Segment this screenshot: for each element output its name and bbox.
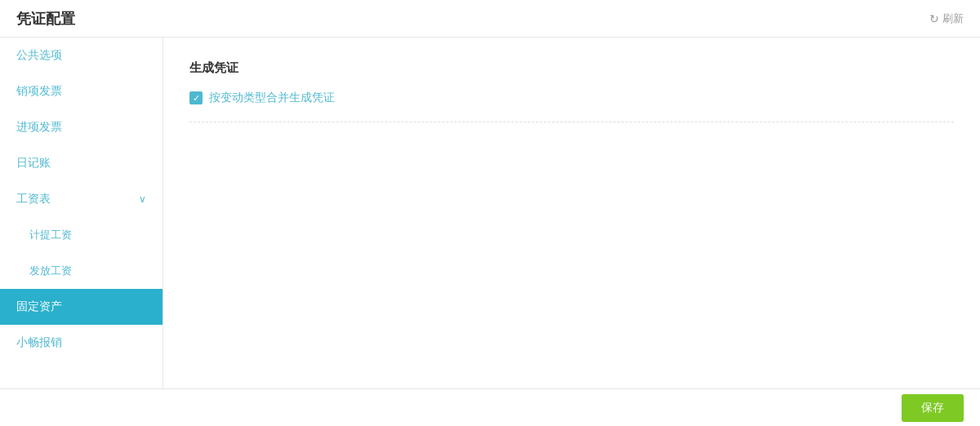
sidebar-item-label: 进项发票 [16,120,62,135]
sidebar-item-payroll-table[interactable]: 工资表∨ [0,181,163,217]
sidebar-item-label: 工资表 [16,192,51,206]
sidebar-item-calc-payroll[interactable]: 计提工资 [0,217,163,253]
sidebar-item-purchase-invoice[interactable]: 进项发票 [0,109,163,145]
sidebar-item-journal[interactable]: 日记账 [0,145,163,181]
sidebar-item-sales-invoice[interactable]: 销项发票 [0,73,163,109]
checkbox-label: 按变动类型合并生成凭证 [209,91,335,105]
main-layout: 公共选项销项发票进项发票日记账工资表∨计提工资发放工资固定资产小畅报销 生成凭证… [0,38,980,388]
sidebar-item-label: 公共选项 [16,48,62,63]
sidebar-item-label: 销项发票 [16,84,62,99]
refresh-label: 刷新 [942,11,964,26]
section-title: 生成凭证 [189,60,954,76]
main-content: 生成凭证 ✓ 按变动类型合并生成凭证 [163,38,980,388]
sidebar-item-label: 发放工资 [29,264,72,278]
checkbox-row[interactable]: ✓ 按变动类型合并生成凭证 [189,91,954,105]
sidebar-item-petty-expense[interactable]: 小畅报销 [0,325,163,361]
sidebar-item-fixed-assets[interactable]: 固定资产 [0,289,163,325]
sidebar: 公共选项销项发票进项发票日记账工资表∨计提工资发放工资固定资产小畅报销 [0,38,163,388]
chevron-down-icon: ∨ [139,193,146,205]
page-footer: 保存 [0,388,980,426]
sidebar-item-label: 日记账 [16,156,51,171]
refresh-button[interactable]: ↻ 刷新 [929,11,964,26]
page-header: 凭证配置 ↻ 刷新 [0,0,980,38]
sidebar-item-label: 计提工资 [29,228,72,242]
merge-checkbox[interactable]: ✓ [189,91,203,104]
save-button[interactable]: 保存 [902,394,964,422]
section-divider [189,122,954,122]
sidebar-item-pay-payroll[interactable]: 发放工资 [0,253,163,289]
refresh-icon: ↻ [929,12,939,25]
checkmark-icon: ✓ [193,94,200,103]
sidebar-item-label: 固定资产 [16,300,62,314]
page-title: 凭证配置 [16,9,75,29]
sidebar-item-public-options[interactable]: 公共选项 [0,38,163,73]
sidebar-item-label: 小畅报销 [16,335,62,350]
